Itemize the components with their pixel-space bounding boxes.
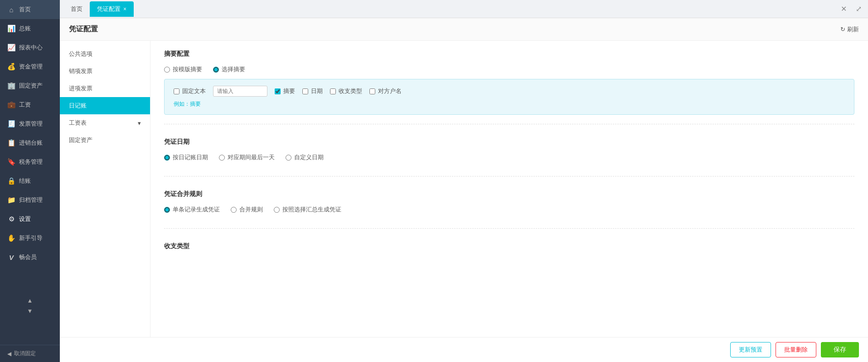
chevron-down-icon: ▾: [138, 120, 141, 127]
checkbox-summary[interactable]: 摘要: [275, 87, 295, 95]
page-title: 凭证配置: [69, 24, 98, 34]
checkbox-income-type[interactable]: 收支类型: [330, 87, 362, 95]
refresh-icon: ↻: [840, 26, 845, 33]
tab-close-icon[interactable]: ×: [123, 6, 126, 12]
merge-rule-radio-row: 单条记录生成凭证 合并规则 按照选择汇总生成凭证: [164, 205, 854, 214]
page-header: 凭证配置 ↻ 刷新: [60, 18, 868, 41]
sidebar-item-vip[interactable]: V 畅会员: [0, 248, 60, 267]
tab-voucher-config[interactable]: 凭证配置 ×: [90, 1, 134, 17]
sidebar-item-guide[interactable]: ✋ 新手引导: [0, 229, 60, 248]
tab-home[interactable]: 首页: [63, 1, 90, 17]
single-label: 单条记录生成凭证: [173, 205, 220, 214]
sidebar-item-label: 设置: [19, 215, 31, 223]
archive-icon: 📁: [7, 196, 15, 204]
merge-rule-title: 凭证合并规则: [164, 190, 854, 198]
checkbox-fixed-text[interactable]: 固定文本: [174, 87, 206, 95]
sidebar-item-purchase-sale[interactable]: 📋 进销台账: [0, 133, 60, 152]
sidebar-item-label: 发票管理: [19, 120, 43, 128]
radio-merge[interactable]: 合并规则: [231, 205, 263, 214]
bottom-action-bar: 更新预置 批量删除 保存: [60, 337, 868, 362]
sidebar-item-settings[interactable]: ⚙ 设置: [0, 210, 60, 229]
close-accounts-icon: 🔒: [7, 177, 15, 185]
sidebar-item-salary[interactable]: 💼 工资: [0, 95, 60, 114]
left-nav-purchase-label: 进项发票: [69, 84, 92, 93]
sidebar: ⌂ 首页 📊 总账 📈 报表中心 💰 资金管理 🏢 固定资产 💼 工资 🧾 发票…: [0, 0, 60, 362]
summary-title: 摘要配置: [164, 50, 854, 58]
sidebar-item-label: 资金管理: [19, 63, 43, 71]
left-nav-purchase-invoice[interactable]: 进项发票: [60, 80, 150, 97]
summary-config-box: 固定文本 摘要 日期: [164, 79, 854, 115]
sidebar-item-label: 报表中心: [19, 44, 43, 52]
sidebar-item-invoice-mgmt[interactable]: 🧾 发票管理: [0, 114, 60, 133]
sidebar-item-label: 畅会员: [19, 253, 37, 261]
right-panel: 摘要配置 按模版摘要 选择摘要: [150, 41, 868, 337]
summary-label: 摘要: [283, 87, 295, 95]
left-nav-fixed-assets-label: 固定资产: [69, 136, 92, 144]
sidebar-item-ledger[interactable]: 📊 总账: [0, 19, 60, 38]
radio-bookkeeping-date[interactable]: 按日记账日期: [164, 153, 208, 161]
left-nav-payroll[interactable]: 工资表 ▾: [60, 114, 150, 132]
purchase-sale-icon: 📋: [7, 139, 15, 147]
summary-example: 例如：摘要: [174, 100, 845, 108]
left-nav-sales-invoice[interactable]: 销项发票: [60, 63, 150, 80]
radio-custom-date[interactable]: 自定义日期: [286, 153, 324, 161]
window-restore-icon[interactable]: ⤢: [853, 4, 864, 14]
sidebar-item-label: 总账: [19, 24, 31, 33]
bookkeeping-date-label: 按日记账日期: [173, 153, 208, 161]
sidebar-item-label: 税务管理: [19, 158, 43, 166]
by-selection-label: 按照选择汇总生成凭证: [282, 205, 341, 214]
fixed-text-input[interactable]: [213, 86, 267, 97]
sidebar-item-assets[interactable]: 🏢 固定资产: [0, 76, 60, 95]
left-nav-public[interactable]: 公共选项: [60, 45, 150, 63]
left-nav-journal[interactable]: 日记账: [60, 97, 150, 114]
window-close-icon[interactable]: ✕: [838, 4, 849, 14]
sidebar-item-label: 进销台账: [19, 139, 43, 147]
sidebar-item-home[interactable]: ⌂ 首页: [0, 0, 60, 19]
radio-last-day[interactable]: 对应期间最后一天: [219, 153, 275, 161]
refresh-label: 刷新: [847, 25, 859, 34]
sidebar-item-label: 固定资产: [19, 82, 43, 90]
report-icon: 📈: [7, 44, 15, 52]
ledger-icon: 📊: [7, 24, 15, 33]
summary-radio-select[interactable]: 选择摘要: [213, 65, 245, 73]
summary-section: 摘要配置 按模版摘要 选择摘要: [164, 50, 854, 124]
sidebar-item-tax[interactable]: 🔖 税务管理: [0, 152, 60, 171]
voucher-date-radio-row: 按日记账日期 对应期间最后一天 自定义日期: [164, 153, 854, 161]
left-nav-journal-label: 日记账: [69, 102, 87, 110]
sidebar-item-label: 首页: [19, 5, 31, 14]
income-type-title: 收支类型: [164, 242, 854, 250]
invoice-mgmt-icon: 🧾: [7, 120, 15, 128]
cancel-pin-button[interactable]: ◀ 取消固定: [0, 345, 60, 362]
batch-delete-button[interactable]: 批量删除: [776, 342, 816, 357]
tab-bar: 首页 凭证配置 × ✕ ⤢: [60, 0, 868, 18]
tab-bar-actions: ✕ ⤢: [838, 4, 864, 14]
sidebar-scroll-up[interactable]: ▲: [0, 295, 60, 306]
custom-date-label: 自定义日期: [294, 153, 324, 161]
guide-icon: ✋: [7, 234, 15, 242]
radio-single[interactable]: 单条记录生成凭证: [164, 205, 220, 214]
last-day-label: 对应期间最后一天: [228, 153, 275, 161]
sidebar-item-archive[interactable]: 📁 归档管理: [0, 191, 60, 210]
date-label: 日期: [311, 87, 323, 95]
main-area: 首页 凭证配置 × ✕ ⤢ 凭证配置 ↻ 刷新 公共选项: [60, 0, 868, 362]
checkbox-counterpart[interactable]: 对方户名: [369, 87, 402, 95]
sidebar-item-close-accounts[interactable]: 🔒 结账: [0, 171, 60, 191]
sidebar-scroll-down[interactable]: ▼: [0, 306, 60, 316]
vip-icon: V: [7, 254, 15, 261]
refresh-button[interactable]: ↻ 刷新: [840, 25, 859, 34]
home-icon: ⌂: [7, 6, 15, 14]
assets-icon: 🏢: [7, 82, 15, 90]
save-button[interactable]: 保存: [821, 342, 859, 357]
sidebar-item-report[interactable]: 📈 报表中心: [0, 38, 60, 57]
update-preview-button[interactable]: 更新预置: [730, 342, 771, 357]
summary-radio-template[interactable]: 按模版摘要: [164, 65, 202, 73]
pin-icon: ◀: [7, 351, 11, 357]
content-layout: 公共选项 销项发票 进项发票 日记账 工资表 ▾ 固定资产: [60, 41, 868, 337]
checkbox-date[interactable]: 日期: [302, 87, 323, 95]
sidebar-item-label: 工资: [19, 101, 31, 109]
left-nav-fixed-assets[interactable]: 固定资产: [60, 132, 150, 149]
voucher-date-section: 凭证日期 按日记账日期 对应期间最后一天 自定义日期: [164, 138, 854, 176]
radio-by-selection[interactable]: 按照选择汇总生成凭证: [274, 205, 341, 214]
sidebar-item-funds[interactable]: 💰 资金管理: [0, 57, 60, 76]
income-type-section: 收支类型: [164, 242, 854, 267]
